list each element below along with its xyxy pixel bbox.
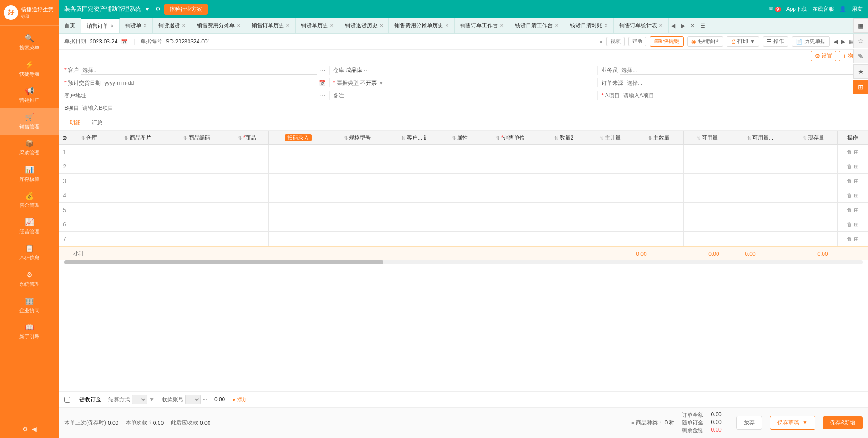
data-cell[interactable] — [441, 159, 479, 174]
data-cell[interactable] — [167, 217, 226, 232]
sidebar-item-stock[interactable]: 📊 库存核算 — [0, 161, 59, 187]
sidebar-item-marketing[interactable]: 📢 营销推广 — [0, 82, 59, 108]
one-click-checkbox[interactable] — [64, 397, 70, 403]
sidebar-item-nav[interactable]: ⚡ 快捷导航 — [0, 56, 59, 82]
tab-sales-order-close[interactable]: ✕ — [110, 24, 114, 29]
data-cell[interactable] — [226, 174, 268, 188]
data-cell[interactable] — [635, 232, 683, 246]
tab-home[interactable]: 首页 — [59, 18, 81, 34]
data-cell[interactable] — [268, 159, 328, 174]
horizontal-scrollbar[interactable] — [64, 260, 863, 264]
addr-expand-icon[interactable]: ··· — [319, 92, 325, 99]
delete-row-btn[interactable]: 🗑 — [847, 236, 852, 242]
data-cell[interactable] — [226, 232, 268, 246]
action-btn[interactable]: ☰ 操作 — [763, 36, 788, 47]
data-cell[interactable] — [683, 217, 732, 232]
delete-row-btn[interactable]: 🗑 — [847, 178, 852, 184]
data-cell[interactable] — [732, 203, 789, 217]
data-cell[interactable] — [108, 188, 167, 203]
data-cell[interactable] — [387, 232, 441, 246]
tab-daily-reconcile[interactable]: 钱货日清对账 ✕ — [564, 18, 614, 34]
copy-row-btn[interactable]: ⊞ — [854, 193, 858, 199]
bank-account-select[interactable] — [185, 395, 201, 404]
data-cell[interactable] — [789, 217, 838, 232]
tab-close-icon[interactable]: ✕ — [237, 23, 240, 28]
data-cell[interactable] — [268, 188, 328, 203]
tab-sales-return[interactable]: 销货退货 ✕ — [153, 18, 191, 34]
invoice-type-dropdown-icon[interactable]: ▼ — [378, 80, 384, 86]
print-btn[interactable]: 🖨 打印 ▼ — [727, 36, 759, 47]
data-cell[interactable] — [441, 145, 479, 159]
data-cell[interactable] — [167, 159, 226, 174]
data-cell[interactable] — [167, 174, 226, 188]
data-cell[interactable] — [683, 159, 732, 174]
copy-row-btn[interactable]: ⊞ — [854, 178, 858, 184]
copy-row-btn[interactable]: ⊞ — [854, 207, 858, 213]
data-cell[interactable] — [635, 188, 683, 203]
data-cell[interactable] — [441, 188, 479, 203]
data-cell[interactable] — [586, 232, 635, 246]
data-cell[interactable] — [108, 145, 167, 159]
delete-row-btn[interactable]: 🗑 — [847, 149, 852, 155]
data-cell[interactable] — [586, 159, 635, 174]
right-panel-btn-5[interactable]: ⊞ — [853, 80, 868, 94]
data-cell[interactable] — [70, 188, 108, 203]
data-cell[interactable] — [635, 203, 683, 217]
save-draft-btn[interactable]: 保存草稿 ▼ — [770, 416, 815, 430]
delete-row-btn[interactable]: 🗑 — [847, 193, 852, 199]
right-panel-btn-2[interactable]: ☆ — [853, 34, 868, 48]
data-cell[interactable] — [732, 159, 789, 174]
tab-sales-fee[interactable]: 销售费用分摊单 ✕ — [191, 18, 246, 34]
data-cell[interactable] — [542, 232, 586, 246]
b-project-input[interactable] — [81, 104, 330, 112]
tab-next-btn[interactable]: ▶ — [678, 23, 688, 29]
data-cell[interactable] — [479, 217, 542, 232]
data-cell[interactable] — [387, 217, 441, 232]
data-cell[interactable] — [268, 232, 328, 246]
data-cell[interactable] — [789, 232, 838, 246]
order-source-input[interactable] — [625, 79, 855, 87]
payment-method-select[interactable] — [132, 395, 147, 404]
data-cell[interactable] — [387, 203, 441, 217]
data-cell[interactable] — [70, 217, 108, 232]
data-cell[interactable] — [108, 159, 167, 174]
data-cell[interactable] — [70, 145, 108, 159]
data-cell[interactable] — [586, 145, 635, 159]
user-avatar[interactable]: 👤 — [839, 6, 846, 12]
solution-btn[interactable]: 体验行业方案 — [164, 4, 208, 15]
sidebar-settings-btn[interactable]: ⚙ — [22, 425, 28, 433]
tab-close-icon[interactable]: ✕ — [604, 23, 608, 28]
data-cell[interactable] — [328, 145, 387, 159]
tab-order-history[interactable]: 销售订单历史 ✕ — [246, 18, 296, 34]
col-settings[interactable]: ⚙ — [59, 131, 70, 145]
tab-stats[interactable]: 销售订单统计表 ✕ — [614, 18, 669, 34]
data-cell[interactable] — [441, 174, 479, 188]
data-cell[interactable] — [635, 159, 683, 174]
data-cell[interactable] — [387, 174, 441, 188]
data-cell[interactable] — [328, 203, 387, 217]
save-draft-dropdown-icon[interactable]: ▼ — [802, 419, 808, 426]
data-cell[interactable] — [441, 217, 479, 232]
data-cell[interactable] — [732, 232, 789, 246]
data-cell[interactable] — [683, 232, 732, 246]
data-cell[interactable] — [70, 203, 108, 217]
tab-close-icon[interactable]: ✕ — [286, 23, 290, 28]
history-btn[interactable]: 📄 历史单据 — [792, 36, 830, 47]
data-cell[interactable] — [328, 232, 387, 246]
data-cell[interactable] — [226, 217, 268, 232]
tab-close-icon[interactable]: ✕ — [182, 23, 185, 28]
settings-gear-icon[interactable]: ⚙ — [155, 6, 160, 12]
tab-prev-btn[interactable]: ◀ — [669, 23, 678, 29]
data-cell[interactable] — [226, 203, 268, 217]
data-cell[interactable] — [328, 217, 387, 232]
print-dropdown-icon[interactable]: ▼ — [750, 39, 755, 45]
sidebar-item-finance[interactable]: 💰 资金管理 — [0, 187, 59, 213]
remark-input[interactable] — [346, 91, 594, 100]
warehouse-expand-icon[interactable]: ··· — [364, 67, 370, 74]
online-service-btn[interactable]: 在线客服 — [812, 5, 834, 13]
data-cell[interactable] — [635, 217, 683, 232]
data-cell[interactable] — [268, 174, 328, 188]
right-panel-btn-3[interactable]: ✎ — [853, 49, 868, 63]
nav-left-icon[interactable]: ◀ — [834, 39, 838, 45]
right-panel-btn-1[interactable]: ▣ — [853, 18, 868, 33]
